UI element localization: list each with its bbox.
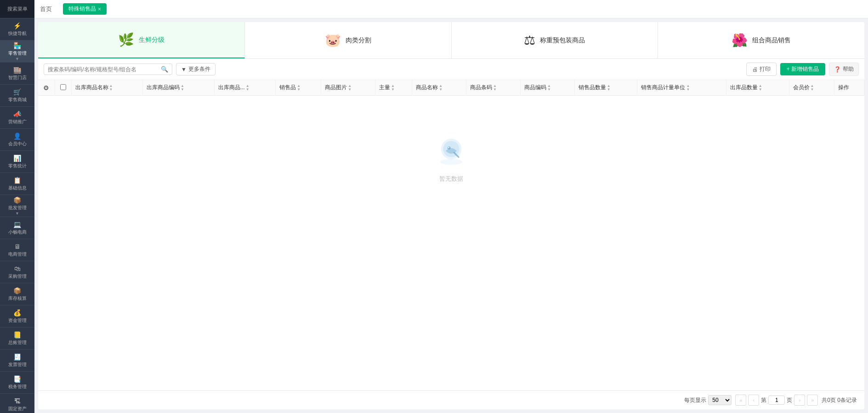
th-out_code[interactable]: 出库商品编码▲▼ xyxy=(143,80,215,96)
page-input-wrap: 第 页 xyxy=(761,396,792,405)
first-page-button[interactable]: « xyxy=(735,395,746,406)
sidebar-item-retail-mall[interactable]: 🛒 零售商城 xyxy=(0,85,34,107)
sidebar-icon-basic-info: 📋 xyxy=(13,177,21,184)
sidebar-label-finance-mgmt: 资金管理 xyxy=(8,317,27,324)
sort-icon-sales_unit: ▲▼ xyxy=(686,84,690,92)
sidebar-icon-quick-nav: ⚡ xyxy=(13,22,21,29)
empty-state: 暂无数据 xyxy=(38,96,864,220)
sidebar-icon-smart-store: 🏬 xyxy=(13,66,21,74)
cat-tab-weight-pack[interactable]: ⚖ 称重预包装商品 xyxy=(452,22,658,58)
cat-label-combo-sales: 组合商品销售 xyxy=(752,36,791,45)
sidebar-item-member-center[interactable]: 👤 会员中心 xyxy=(0,129,34,151)
sidebar-item-inventory[interactable]: 📦 库存核算 xyxy=(0,283,34,305)
cat-icon-combo-sales: 🌺 xyxy=(732,33,748,48)
sidebar-icon-member-center: 👤 xyxy=(13,132,21,140)
page-number-input[interactable] xyxy=(768,396,785,405)
active-tab[interactable]: 特殊销售品 × xyxy=(63,3,107,15)
sidebar-label-quick-nav: 快捷导航 xyxy=(8,30,27,37)
cat-tab-meat-split[interactable]: 🐷 肉类分割 xyxy=(245,22,452,58)
search-wrap: 🔍 xyxy=(44,63,172,75)
sidebar-label-ledger-mgmt: 总账管理 xyxy=(8,339,27,346)
empty-icon xyxy=(433,132,470,169)
sort-icon-img: ▲▼ xyxy=(348,84,352,92)
sidebar-item-marketing[interactable]: 📣 营销推广 xyxy=(0,107,34,129)
cat-tab-combo-sales[interactable]: 🌺 组合商品销售 xyxy=(658,22,864,58)
sidebar-icon-marketing: 📣 xyxy=(13,110,21,118)
svg-point-0 xyxy=(440,159,462,165)
svg-point-4 xyxy=(448,147,449,148)
toolbar: 🔍 ▼ 更多条件 🖨 打印 + 新增销售品 ❓ 帮助 xyxy=(38,59,864,80)
sidebar-icon-inventory: 📦 xyxy=(13,287,21,294)
cat-icon-meat-split: 🐷 xyxy=(325,33,341,48)
category-tabs: 🌿 生鲜分级 🐷 肉类分割 ⚖ 称重预包装商品 🌺 组合商品销售 xyxy=(38,22,864,59)
sidebar-item-quick-nav[interactable]: ⚡ 快捷导航 xyxy=(0,18,34,40)
cat-icon-fresh-grade: 🌿 xyxy=(118,32,134,47)
per-page-label: 每页显示 xyxy=(684,396,706,404)
th-member_price[interactable]: 会员价▲▼ xyxy=(789,80,834,96)
breadcrumb-home[interactable]: 首页 xyxy=(40,5,52,13)
sort-icon-out_name: ▲▼ xyxy=(109,84,113,92)
th-sales_qty[interactable]: 销售品数量▲▼ xyxy=(574,80,637,96)
th-out_spec[interactable]: 出库商品...▲▼ xyxy=(214,80,276,96)
help-label: 帮助 xyxy=(843,65,854,73)
sidebar: 搜索菜单 ⚡ 快捷导航 🏪 零售管理 ▼ 🏬 智慧门店 🛒 零售商城 📣 营销推… xyxy=(0,0,34,413)
sidebar-item-basic-info[interactable]: 📋 基础信息 xyxy=(0,173,34,195)
sidebar-icon-finance-mgmt: 💰 xyxy=(13,309,21,316)
per-page-select[interactable]: 50 10 20 100 xyxy=(708,395,732,405)
sidebar-icon-invoice-mgmt: 🧾 xyxy=(13,353,21,361)
sidebar-item-wholesale-mgmt[interactable]: 📦 批发管理 ▼ xyxy=(0,195,34,217)
page-total-info: 共0页 0条记录 xyxy=(822,396,857,404)
settings-icon[interactable]: ⚙ xyxy=(43,84,49,92)
sort-icon-goods_code: ▲▼ xyxy=(547,84,551,92)
th-actions: 操作 xyxy=(834,80,864,96)
cat-tab-fresh-grade[interactable]: 🌿 生鲜分级 xyxy=(38,22,245,58)
sidebar-item-tax-mgmt[interactable]: 📑 税务管理 xyxy=(0,372,34,394)
add-label: + 新增销售品 xyxy=(787,65,819,73)
filter-label: 更多条件 xyxy=(188,65,210,73)
sort-icon-out_code: ▲▼ xyxy=(181,84,184,92)
help-button[interactable]: ❓ 帮助 xyxy=(829,63,859,76)
sidebar-icon-ledger-mgmt: 📒 xyxy=(13,331,21,338)
th-img[interactable]: 商品图片▲▼ xyxy=(321,80,375,96)
sidebar-item-fixed-assets[interactable]: 🏗 固定资产 xyxy=(0,394,34,413)
select-all-checkbox[interactable] xyxy=(60,84,66,90)
prev-page-button[interactable]: ‹ xyxy=(748,395,759,406)
th-barcode[interactable]: 商品条码▲▼ xyxy=(466,80,521,96)
sidebar-label-basic-info: 基础信息 xyxy=(8,185,27,191)
sidebar-item-ledger-mgmt[interactable]: 📒 总账管理 xyxy=(0,327,34,350)
horizontal-scroll[interactable] xyxy=(38,386,864,390)
th-sales_unit[interactable]: 销售商品计量单位▲▼ xyxy=(637,80,726,96)
filter-button[interactable]: ▼ 更多条件 xyxy=(176,63,216,75)
sidebar-label-wholesale-mgmt: 批发管理 xyxy=(8,205,27,211)
sidebar-item-retail-stats[interactable]: 📊 零售统计 xyxy=(0,151,34,173)
th-sales_item[interactable]: 销售品▲▼ xyxy=(276,80,321,96)
th-goods_name[interactable]: 商品名称▲▼ xyxy=(412,80,466,96)
data-table: ⚙出库商品名称▲▼出库商品编码▲▼出库商品...▲▼销售品▲▼商品图片▲▼主量▲… xyxy=(38,80,864,96)
th-settings: ⚙ xyxy=(38,80,55,96)
sidebar-icon-wholesale-mgmt: 📦 xyxy=(13,196,21,204)
print-button[interactable]: 🖨 打印 xyxy=(746,63,777,76)
th-checkbox xyxy=(55,80,71,96)
sidebar-item-finance-mgmt[interactable]: 💰 资金管理 xyxy=(0,305,34,327)
active-tab-label: 特殊销售品 xyxy=(68,5,96,13)
sidebar-item-ecom-mgmt[interactable]: 🖥 电商管理 xyxy=(0,239,34,261)
page-label: 第 xyxy=(761,396,766,404)
sidebar-item-smart-store[interactable]: 🏬 智慧门店 xyxy=(0,63,34,85)
last-page-button[interactable]: » xyxy=(807,395,818,406)
sidebar-item-mini-ecom[interactable]: 💻 小畅电商 xyxy=(0,217,34,239)
page-nav: « ‹ 第 页 › » xyxy=(735,395,818,406)
th-main_weight[interactable]: 主量▲▼ xyxy=(375,80,412,96)
th-out_name[interactable]: 出库商品名称▲▼ xyxy=(71,80,143,96)
sidebar-item-retail-mgmt[interactable]: 🏪 零售管理 ▼ xyxy=(0,40,34,63)
th-goods_code[interactable]: 商品编码▲▼ xyxy=(520,80,574,96)
search-input[interactable] xyxy=(48,66,159,73)
add-button[interactable]: + 新增销售品 xyxy=(780,63,825,75)
next-page-button[interactable]: › xyxy=(794,395,805,406)
sidebar-label-smart-store: 智慧门店 xyxy=(8,75,27,81)
sidebar-item-invoice-mgmt[interactable]: 🧾 发票管理 xyxy=(0,350,34,372)
close-tab-icon[interactable]: × xyxy=(98,6,101,12)
sidebar-logo[interactable]: 搜索菜单 xyxy=(0,0,34,18)
table-wrap: ⚙出库商品名称▲▼出库商品编码▲▼出库商品...▲▼销售品▲▼商品图片▲▼主量▲… xyxy=(38,80,864,386)
th-out_qty[interactable]: 出库品数量▲▼ xyxy=(726,80,789,96)
sidebar-item-purchase-mgmt[interactable]: 🛍 采购管理 xyxy=(0,261,34,283)
